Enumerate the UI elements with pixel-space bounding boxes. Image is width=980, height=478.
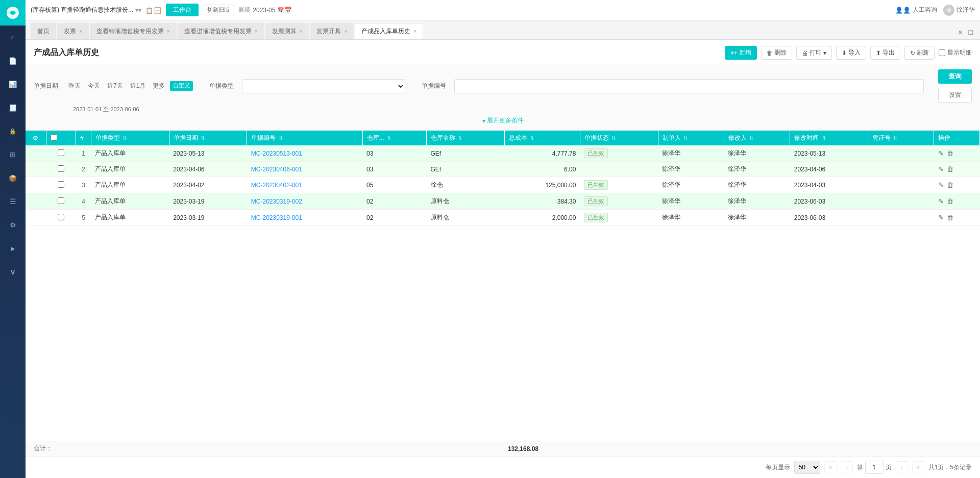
company-name: (库存核算) 直播轻跑通信息技术股份... xyxy=(31,6,133,14)
page-number-input[interactable] xyxy=(865,461,884,474)
date-quick-links: 昨天 今天 近7天 近1月 更多 自定义 xyxy=(66,81,193,91)
close-all-tabs-button[interactable]: × xyxy=(956,27,964,37)
print-button[interactable]: 🖨 打印 ▾ xyxy=(796,46,832,60)
delete-row-icon[interactable]: 🗑 xyxy=(947,149,953,157)
expand-more-button[interactable]: ▾ 展开更多条件 xyxy=(482,116,524,125)
row-checkbox[interactable] xyxy=(58,165,64,172)
support-button[interactable]: 👤 人工咨询 xyxy=(895,6,937,14)
edit-row-icon[interactable]: ✎ xyxy=(938,149,944,157)
close-sales-vat-tab-icon[interactable]: × xyxy=(167,29,170,34)
sidebar-item-v[interactable] xyxy=(0,260,26,284)
date-more[interactable]: 更多 xyxy=(151,81,167,91)
sidebar-item-home[interactable] xyxy=(0,26,26,49)
import-button[interactable]: ⬇ 导入 xyxy=(836,46,866,60)
company-selector[interactable]: (库存核算) 直播轻跑通信息技术股份... ▾ xyxy=(31,6,141,14)
status-column-header[interactable]: 单据状态 ⇅ xyxy=(580,131,658,145)
prev-page-button[interactable]: ‹ xyxy=(841,461,853,473)
app-logo[interactable] xyxy=(0,0,26,26)
date-7days[interactable]: 近7天 xyxy=(105,81,125,91)
edit-row-icon[interactable]: ✎ xyxy=(938,181,944,189)
sidebar-item-gear[interactable] xyxy=(0,213,26,237)
modifier-column-header[interactable]: 修改人 ⇅ xyxy=(724,131,790,145)
tab-home[interactable]: 首页 xyxy=(31,23,56,39)
close-calc-tab-icon[interactable]: × xyxy=(300,29,303,34)
workbench-button[interactable]: 工作台 xyxy=(166,4,199,16)
switch-version-button[interactable]: 切到旧版 xyxy=(203,5,234,15)
wh-code-column-header[interactable]: 仓库... ⇅ xyxy=(362,131,426,145)
delete-row-icon[interactable]: 🗑 xyxy=(947,197,953,205)
date-custom-tag[interactable]: 自定义 xyxy=(170,81,193,91)
user-profile[interactable]: 徐 徐泽华 xyxy=(943,5,975,16)
last-page-button[interactable]: » xyxy=(912,461,924,473)
next-page-button[interactable]: › xyxy=(896,461,908,473)
export-button[interactable]: ⬆ 导出 xyxy=(870,46,900,60)
row-checkbox[interactable] xyxy=(58,181,64,188)
number-column-header[interactable]: 单据编号 ⇅ xyxy=(247,131,362,145)
sidebar-item-doc[interactable] xyxy=(0,49,26,72)
show-detail-checkbox-label[interactable]: 显示明细 xyxy=(939,48,972,57)
row-checkbox[interactable] xyxy=(58,197,64,204)
tab-invoice[interactable]: 发票 × xyxy=(57,23,89,39)
type-column-header[interactable]: 单据类型 ⇅ xyxy=(91,131,169,145)
show-detail-checkbox[interactable] xyxy=(939,49,945,56)
tab-sales-vat[interactable]: 查看销项增值税专用发票 × xyxy=(90,23,177,39)
query-button[interactable]: 查询 xyxy=(938,69,972,84)
number-link[interactable]: MC-20230402-001 xyxy=(251,182,302,189)
per-page-select[interactable]: 50 20 100 xyxy=(794,461,820,474)
delete-button[interactable]: 🗑 删除 xyxy=(761,46,792,60)
sidebar-item-invoice[interactable] xyxy=(0,96,26,119)
voucher-column-header[interactable]: 凭证号 ⇅ xyxy=(868,131,934,145)
type-filter-select[interactable] xyxy=(242,79,405,93)
sidebar-item-list[interactable] xyxy=(0,190,26,213)
setting-button[interactable]: 设置 xyxy=(938,88,972,103)
number-filter-input[interactable] xyxy=(454,79,924,93)
close-stock-history-tab-icon[interactable]: × xyxy=(413,29,416,34)
tab-calc-label: 发票测算 xyxy=(272,27,297,36)
sidebar-item-table[interactable] xyxy=(0,143,26,166)
creator-column-header[interactable]: 制单人 ⇅ xyxy=(658,131,724,145)
close-invoice-tab-icon[interactable]: × xyxy=(79,29,82,34)
date-column-header[interactable]: 单据日期 ⇅ xyxy=(169,131,247,145)
maximize-button[interactable]: □ xyxy=(967,27,975,37)
number-link[interactable]: MC-20230319-001 xyxy=(251,214,302,221)
number-link[interactable]: MC-20230319-002 xyxy=(251,198,302,205)
sidebar-item-box[interactable] xyxy=(0,166,26,190)
tab-purchase-vat[interactable]: 查看进项增值税专用发票 × xyxy=(178,23,264,39)
sidebar-item-lock[interactable] xyxy=(0,119,26,143)
number-link[interactable]: MC-20230406-001 xyxy=(251,166,302,173)
page-content: 产成品入库单历史 + 新增 🗑 删除 🖨 打印 ▾ ⬇ 导入 xyxy=(26,40,980,478)
modify-time-column-header[interactable]: 修改时间 ⇅ xyxy=(790,131,868,145)
doc-icon[interactable]: 📋 xyxy=(145,6,162,14)
date-1month[interactable]: 近1月 xyxy=(128,81,148,91)
tab-stock-history[interactable]: 产成品入库单历史 × xyxy=(355,23,423,39)
first-page-button[interactable]: « xyxy=(824,461,837,473)
data-table: ⚙ # 单据类型 ⇅ 单据日期 ⇅ 单据编号 ⇅ 仓库... ⇅ 仓库名称 ⇅ … xyxy=(26,131,980,226)
select-all-checkbox[interactable] xyxy=(51,134,57,141)
settings-column-header[interactable]: ⚙ xyxy=(26,131,46,145)
sidebar-item-chart[interactable] xyxy=(0,72,26,96)
print-icon: 🖨 xyxy=(802,49,808,57)
sidebar-item-play[interactable] xyxy=(0,237,26,260)
wh-name-column-header[interactable]: 仓库名称 ⇅ xyxy=(427,131,505,145)
tab-calc[interactable]: 发票测算 × xyxy=(265,23,309,39)
row-checkbox[interactable] xyxy=(58,214,64,220)
export-icon: ⬆ xyxy=(876,49,881,57)
edit-row-icon[interactable]: ✎ xyxy=(938,165,944,173)
number-link[interactable]: MC-20230513-001 xyxy=(251,150,302,157)
new-button[interactable]: + 新增 xyxy=(725,46,757,60)
date-yesterday[interactable]: 昨天 xyxy=(66,81,83,91)
close-issue-tab-icon[interactable]: × xyxy=(344,29,347,34)
calendar-icon[interactable]: 📅 xyxy=(277,7,292,14)
delete-row-icon[interactable]: 🗑 xyxy=(947,165,953,173)
cost-column-header[interactable]: 总成本 ⇅ xyxy=(504,131,580,145)
delete-row-icon[interactable]: 🗑 xyxy=(947,214,953,221)
close-purchase-vat-tab-icon[interactable]: × xyxy=(255,29,258,34)
edit-row-icon[interactable]: ✎ xyxy=(938,214,944,221)
tab-issue[interactable]: 发票开具 × xyxy=(310,23,354,39)
refresh-button[interactable]: ↻ 刷新 xyxy=(904,46,935,60)
edit-row-icon[interactable]: ✎ xyxy=(938,197,944,205)
row-checkbox[interactable] xyxy=(58,149,64,156)
date-today[interactable]: 今天 xyxy=(86,81,102,91)
table-row: 2 产品入库单 2023-04-06 MC-20230406-001 03 GE… xyxy=(26,162,980,177)
delete-row-icon[interactable]: 🗑 xyxy=(947,181,953,189)
